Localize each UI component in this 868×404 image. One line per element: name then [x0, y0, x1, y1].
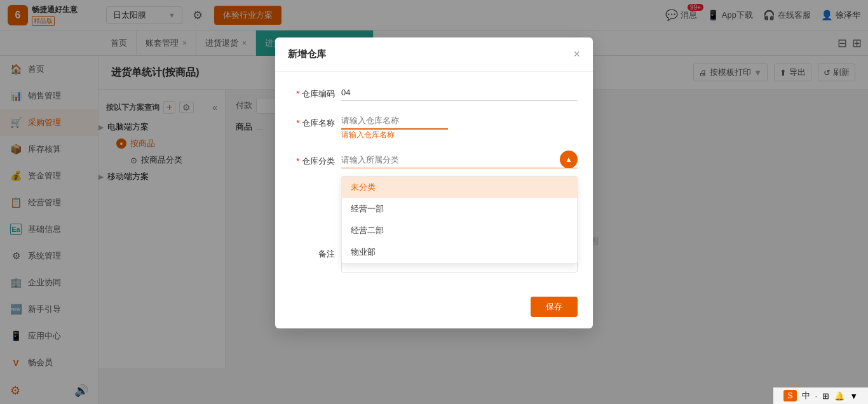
warehouse-category-label: 仓库分类 [290, 152, 341, 167]
bottom-chevron-icon[interactable]: ▼ [850, 391, 858, 401]
warehouse-category-row: 仓库分类 ▲ 未分类 经营一部 经营二部 物业部 [290, 152, 578, 168]
bottom-grid-icon[interactable]: ⊞ [822, 391, 829, 401]
bottom-brand-icon: S [783, 390, 796, 401]
warehouse-category-input[interactable] [341, 152, 578, 168]
dropdown-option-0[interactable]: 未分类 [342, 177, 577, 198]
modal-header: 新增仓库 × [275, 37, 593, 72]
bottom-lang-icon[interactable]: 中 [802, 390, 810, 401]
modal-body: 仓库编码 仓库名称 请输入仓库名称 仓库分类 [275, 72, 593, 290]
bottom-bell-icon[interactable]: 🔔 [834, 391, 844, 401]
bottom-bar: S 中 · ⊞ 🔔 ▼ [773, 387, 868, 404]
warehouse-category-toggle[interactable]: ▲ [560, 151, 578, 168]
dropdown-option-1[interactable]: 经营一部 [342, 198, 577, 220]
modal-title: 新增仓库 [288, 48, 326, 60]
warehouse-name-label: 仓库名称 [290, 114, 341, 129]
add-warehouse-modal: 新增仓库 × 仓库编码 仓库名称 请输入仓库名称 [275, 37, 593, 328]
dropdown-option-2[interactable]: 经营二部 [342, 220, 577, 241]
warehouse-name-row: 仓库名称 请输入仓库名称 [290, 112, 578, 140]
warehouse-category-dropdown: 未分类 经营一部 经营二部 物业部 [341, 176, 578, 264]
dropdown-option-3[interactable]: 物业部 [342, 241, 577, 263]
modal-overlay[interactable]: 新增仓库 × 仓库编码 仓库名称 请输入仓库名称 [0, 0, 868, 404]
modal-close-button[interactable]: × [573, 48, 580, 61]
bottom-dot-icon: · [815, 391, 818, 401]
warehouse-code-label: 仓库编码 [290, 84, 341, 100]
save-button[interactable]: 保存 [531, 297, 578, 317]
warehouse-code-row: 仓库编码 [290, 84, 578, 101]
warehouse-category-wrap: ▲ 未分类 经营一部 经营二部 物业部 [341, 152, 578, 168]
warehouse-name-input[interactable] [341, 112, 448, 130]
modal-footer: 保存 [275, 290, 593, 328]
warehouse-code-input[interactable] [341, 84, 578, 101]
notes-label: 备注 [290, 245, 341, 260]
warehouse-name-error: 请输入仓库名称 [341, 130, 395, 140]
